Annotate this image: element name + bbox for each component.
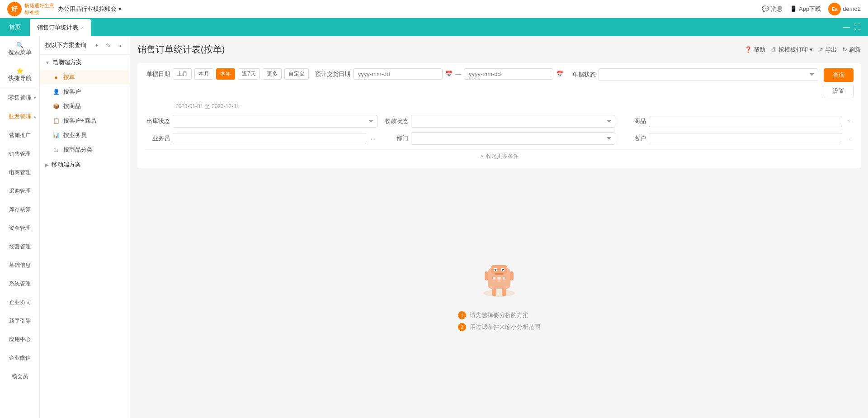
help-btn[interactable]: ❓ 帮助 (745, 46, 765, 54)
last-7-days-btn[interactable]: 近7天 (238, 68, 260, 80)
sidebar-item-retail[interactable]: 零售管理 (0, 88, 39, 107)
filter-area: 单据日期 上月 本月 本年 近7天 更多 自定义 预计交货日期 📅 — (137, 63, 861, 168)
add-scheme-btn[interactable]: ＋ (92, 41, 101, 50)
home-tab[interactable]: 首页 (0, 18, 30, 36)
collapse-panel-btn[interactable]: « (115, 41, 124, 50)
avatar: Ea (828, 3, 841, 15)
date-range-text: 2023-01-01 至 2023-12-31 (175, 103, 239, 109)
sidebar-item-newbie[interactable]: 新手引导 (0, 312, 39, 330)
doc-status-select[interactable] (599, 68, 818, 81)
top-bar-left: 好 畅捷通好生意 标准版 办公用品行业模拟账套 ▾ (7, 2, 122, 16)
sidebar-item-enterprise[interactable]: 企业协同 (0, 293, 39, 312)
sidebar-item-wechat[interactable]: 企业微信 (0, 349, 39, 367)
scheme-item-by-goods[interactable]: 📦 按商品 (40, 99, 130, 114)
step-num-1: 1 (458, 311, 466, 319)
sidebar-item-wholesale[interactable]: 批发管理 (0, 107, 39, 126)
user-profile[interactable]: Ea demo2 (828, 3, 861, 15)
svg-rect-12 (493, 277, 495, 280)
help-icon: ❓ (745, 46, 752, 53)
page-title-row: 销售订单统计表(按单) ❓ 帮助 🖨 按模板打印 ▾ ↗ 导出 (137, 43, 861, 56)
out-status-select[interactable] (173, 115, 377, 128)
dept-label: 部门 (383, 134, 408, 142)
message-btn[interactable]: 💬 消息 (762, 5, 783, 13)
refresh-btn[interactable]: ↻ 刷新 (842, 46, 861, 54)
step-num-2: 2 (458, 323, 466, 331)
app-download-btn[interactable]: 📱 App下载 (790, 5, 821, 13)
scheme-item-label: 按客户+商品 (63, 117, 96, 125)
doc-date-group: 单据日期 上月 本月 本年 近7天 更多 自定义 (145, 68, 309, 80)
sidebar-item-search[interactable]: 🔍 搜索菜单 (0, 36, 39, 62)
plus-icon: ＋ (94, 41, 99, 49)
receipt-status-select[interactable] (411, 115, 616, 128)
sidebar-item-basic-info[interactable]: 基础信息 (0, 256, 39, 275)
sales-order-tab[interactable]: 销售订单统计表 × (30, 19, 91, 36)
salesman-more-btn[interactable]: ··· (369, 134, 377, 143)
query-btn[interactable]: 查询 (824, 68, 854, 82)
expected-date-from[interactable] (353, 68, 443, 80)
date-range-display: 2023-01-01 至 2023-12-31 (145, 103, 854, 110)
dept-select[interactable] (411, 132, 616, 145)
edit-scheme-btn[interactable]: ✎ (104, 41, 113, 50)
goods-input[interactable] (649, 116, 842, 127)
collapse-bar[interactable]: ∧ 收起更多条件 (145, 149, 854, 163)
scheme-item-by-salesman[interactable]: 📊 按业务员 (40, 128, 130, 142)
tab-maximize-icon[interactable]: ⛶ (854, 23, 861, 31)
this-month-btn[interactable]: 本月 (194, 68, 213, 80)
sidebar-item-sales[interactable]: 销售管理 (0, 145, 39, 163)
left-panel-title: 按以下方案查询 (45, 41, 86, 49)
date-picker-icon-1[interactable]: 📅 (445, 71, 453, 77)
top-bar-right: 💬 消息 📱 App下载 Ea demo2 (762, 3, 861, 15)
svg-rect-11 (502, 289, 506, 296)
content-area: 按以下方案查询 ＋ ✎ « ▼ 电脑端方案 (40, 36, 868, 418)
settings-btn[interactable]: 设置 (824, 84, 854, 98)
more-btn[interactable]: 更多 (263, 68, 282, 80)
scheme-item-by-order[interactable]: ● 按单 (40, 70, 130, 85)
scheme-item-label: 按商品分类 (63, 146, 93, 154)
export-btn[interactable]: ↗ 导出 (818, 46, 837, 54)
dropdown-chevron-icon: ▾ (118, 5, 122, 12)
tab-label: 销售订单统计表 (37, 24, 78, 32)
receipt-status-group: 收款状态 (383, 115, 616, 128)
pc-scheme-header[interactable]: ▼ 电脑端方案 (40, 55, 130, 70)
app-title-dropdown[interactable]: 办公用品行业模拟账套 ▾ (58, 5, 122, 13)
customer-more-btn[interactable]: ··· (845, 134, 854, 143)
date-picker-icon-2[interactable]: 📅 (556, 71, 563, 77)
search-icon: 🔍 (4, 42, 36, 48)
sidebar-item-inventory[interactable]: 库存核算 (0, 200, 39, 219)
expected-date-to[interactable] (464, 68, 553, 80)
goods-label: 商品 (621, 117, 646, 125)
svg-rect-14 (503, 277, 505, 280)
this-year-btn[interactable]: 本年 (216, 68, 235, 80)
tab-minimize-icon[interactable]: — (843, 23, 850, 31)
scheme-item-by-customer[interactable]: 👤 按客户 (40, 85, 130, 99)
print-btn[interactable]: 🖨 按模板打印 ▾ (771, 46, 813, 54)
empty-steps-list: 1 请先选择要分析的方案 2 用过滤条件来缩小分析范围 (458, 311, 540, 335)
sidebar-item-appstore[interactable]: 应用中心 (0, 330, 39, 349)
sidebar-item-ecommerce[interactable]: 电商管理 (0, 163, 39, 182)
salesman-input[interactable] (173, 133, 366, 144)
mobile-scheme-header[interactable]: ▶ 移动端方案 (40, 157, 130, 172)
by-category-icon: 🗂 (52, 146, 60, 153)
scheme-item-by-customer-goods[interactable]: 📋 按客户+商品 (40, 114, 130, 128)
expected-date-group: 预计交货日期 📅 — 📅 (314, 68, 564, 80)
sidebar-item-purchase[interactable]: 采购管理 (0, 182, 39, 200)
customer-label: 客户 (621, 134, 646, 142)
custom-btn[interactable]: 自定义 (284, 68, 309, 80)
sidebar-item-system[interactable]: 系统管理 (0, 275, 39, 293)
empty-step-1: 1 请先选择要分析的方案 (458, 311, 540, 319)
sidebar-item-operations[interactable]: 经营管理 (0, 238, 39, 256)
pc-scheme-label: 电脑端方案 (52, 58, 82, 66)
goods-more-btn[interactable]: ··· (845, 117, 854, 126)
sidebar-item-shortcuts[interactable]: ⭐ 快捷导航 (0, 62, 39, 88)
top-bar: 好 畅捷通好生意 标准版 办公用品行业模拟账套 ▾ 💬 消息 📱 App下载 E… (0, 0, 868, 18)
sidebar-item-finance[interactable]: 资金管理 (0, 219, 39, 238)
page-title-actions: ❓ 帮助 🖨 按模板打印 ▾ ↗ 导出 ↻ 刷新 (745, 46, 861, 54)
scheme-item-by-category[interactable]: 🗂 按商品分类 (40, 142, 130, 157)
svg-rect-10 (492, 289, 496, 296)
svg-point-5 (495, 269, 496, 271)
sidebar-item-member[interactable]: 畅会员 (0, 367, 39, 386)
last-month-btn[interactable]: 上月 (173, 68, 192, 80)
tab-close-icon[interactable]: × (81, 25, 84, 30)
sidebar-item-marketing[interactable]: 营销推广 (0, 126, 39, 145)
customer-input[interactable] (649, 133, 842, 144)
